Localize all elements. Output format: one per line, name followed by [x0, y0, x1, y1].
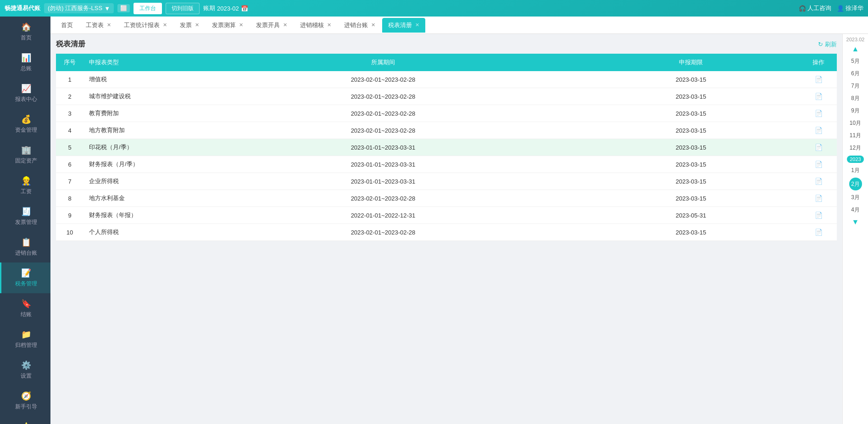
guide-icon: 🧭: [21, 391, 31, 401]
close-tab-salary[interactable]: ✕: [107, 22, 111, 28]
sidebar-item-vip[interactable]: ⭐ 畅会员: [0, 416, 50, 424]
user-menu[interactable]: 👤 徐泽华: [837, 4, 863, 12]
tab-home[interactable]: 首页: [55, 18, 79, 33]
company-selector[interactable]: (勿动) 江西服务-LSS ▼: [44, 3, 114, 13]
sidebar-item-fixed-asset[interactable]: 🏢 固定资产: [0, 139, 50, 170]
sidebar-item-salary[interactable]: 👷 工资: [0, 170, 50, 201]
copy-icon-button[interactable]: ⬜: [117, 4, 130, 12]
cell-deadline: 2023-03-15: [582, 71, 800, 88]
period-value: 2023-02: [217, 5, 239, 12]
sidebar-item-fund[interactable]: 💰 资金管理: [0, 109, 50, 139]
cell-period: 2023-01-01~2023-03-31: [184, 139, 582, 156]
sidebar-item-archive[interactable]: 📁 归档管理: [0, 324, 50, 355]
cell-deadline: 2023-03-15: [582, 224, 800, 241]
timeline-month-5[interactable]: 5月: [843, 55, 868, 67]
close-tab-sales-account[interactable]: ✕: [371, 22, 375, 28]
timeline-month-11[interactable]: 11月: [843, 129, 868, 142]
sidebar-label-settings: 设置: [21, 372, 32, 380]
action-detail-icon[interactable]: 📄: [815, 76, 823, 83]
fixed-asset-icon: 🏢: [21, 145, 31, 155]
cell-period: 2022-01-01~2022-12-31: [184, 207, 582, 224]
timeline-month-2-active[interactable]: 2月: [849, 178, 862, 190]
action-detail-icon[interactable]: 📄: [815, 161, 823, 168]
tab-invoice-check[interactable]: 发票测算 ✕: [206, 18, 249, 33]
table-row: 4 地方教育附加 2023-02-01~2023-02-28 2023-03-1…: [56, 122, 837, 139]
cell-no: 8: [56, 190, 83, 207]
cell-action: 📄: [800, 139, 837, 156]
sidebar-item-guide[interactable]: 🧭 新手引导: [0, 385, 50, 416]
cell-period: 2023-02-01~2023-02-28: [184, 122, 582, 139]
action-detail-icon[interactable]: 📄: [815, 229, 823, 236]
sidebar-item-report[interactable]: 📈 报表中心: [0, 78, 50, 109]
ai-consult-button[interactable]: 🎧 人工咨询: [799, 4, 831, 12]
timeline-month-12[interactable]: 12月: [843, 142, 868, 154]
report-icon: 📈: [21, 84, 31, 94]
action-detail-icon[interactable]: 📄: [815, 212, 823, 219]
close-tab-invoice-open[interactable]: ✕: [283, 22, 287, 28]
action-detail-icon[interactable]: 📄: [815, 93, 823, 100]
tab-sales-audit[interactable]: 进销稽核 ✕: [294, 18, 337, 33]
cell-period: 2023-01-01~2023-03-31: [184, 156, 582, 173]
headset-icon: 🎧: [799, 5, 806, 12]
cell-type: 个人所得税: [83, 224, 184, 241]
workbench-button[interactable]: 工作台: [134, 3, 162, 14]
close-tab-sales-audit[interactable]: ✕: [327, 22, 331, 28]
cell-deadline: 2023-03-15: [582, 88, 800, 105]
sidebar-item-settlement[interactable]: 🔖 结账: [0, 293, 50, 324]
timeline-month-10[interactable]: 10月: [843, 117, 868, 129]
timeline-month-9[interactable]: 9月: [843, 105, 868, 117]
table-row: 1 增值税 2023-02-01~2023-02-28 2023-03-15 📄: [56, 71, 837, 88]
close-tab-invoice[interactable]: ✕: [195, 22, 199, 28]
cell-no: 9: [56, 207, 83, 224]
timeline-month-3[interactable]: 3月: [843, 191, 868, 204]
timeline-month-8[interactable]: 8月: [843, 92, 868, 105]
sidebar-label-report: 报表中心: [15, 95, 37, 103]
switch-old-button[interactable]: 切到旧版: [166, 3, 200, 14]
cell-action: 📄: [800, 105, 837, 122]
table-row: 2 城市维护建设税 2023-02-01~2023-02-28 2023-03-…: [56, 88, 837, 105]
cell-type: 教育费附加: [83, 105, 184, 122]
refresh-button[interactable]: ↻ 刷新: [818, 40, 837, 49]
sidebar: 🏠 首页 📊 总账 📈 报表中心 💰 资金管理 🏢 固定资产 👷 工资 🧾 发票…: [0, 17, 50, 424]
timeline-month-6[interactable]: 6月: [843, 67, 868, 80]
action-detail-icon[interactable]: 📄: [815, 178, 823, 185]
sales-ledger-icon: 📋: [21, 237, 31, 247]
sidebar-item-sales-ledger[interactable]: 📋 进销台账: [0, 232, 50, 262]
cell-type: 增值税: [83, 71, 184, 88]
home-icon: 🏠: [21, 22, 31, 32]
action-detail-icon[interactable]: 📄: [815, 144, 823, 151]
cell-type: 企业所得税: [83, 173, 184, 190]
sidebar-item-settings[interactable]: ⚙️ 设置: [0, 355, 50, 385]
sidebar-item-invoice-mgmt[interactable]: 🧾 发票管理: [0, 201, 50, 232]
sidebar-label-settlement: 结账: [21, 311, 32, 318]
page-title: 税表清册: [56, 39, 85, 49]
tab-invoice-open[interactable]: 发票开具 ✕: [250, 18, 293, 33]
tab-salary[interactable]: 工资表 ✕: [80, 18, 117, 33]
cell-type: 财务报表（月/季）: [83, 156, 184, 173]
sidebar-item-ledger[interactable]: 📊 总账: [0, 47, 50, 78]
timeline-year-2023[interactable]: 2023: [847, 156, 863, 163]
action-detail-icon[interactable]: 📄: [815, 195, 823, 202]
timeline-month-1[interactable]: 1月: [843, 164, 868, 177]
close-tab-salary-stat[interactable]: ✕: [163, 22, 167, 28]
timeline-up-button[interactable]: ▲: [850, 43, 861, 55]
tab-salary-stat[interactable]: 工资统计报表 ✕: [118, 18, 173, 33]
action-detail-icon[interactable]: 📄: [815, 127, 823, 134]
action-detail-icon[interactable]: 📄: [815, 110, 823, 117]
close-tab-tax-clearance[interactable]: ✕: [415, 22, 419, 28]
chevron-down-icon: ▼: [104, 5, 110, 12]
timeline-panel: 2023.02 ▲ 5月 6月 7月 8月 9月 10月 11月 12月 202…: [842, 34, 868, 424]
tab-sales-account[interactable]: 进销台账 ✕: [338, 18, 381, 33]
sidebar-item-tax-mgmt[interactable]: 📝 税务管理: [0, 262, 50, 293]
timeline-month-7[interactable]: 7月: [843, 80, 868, 92]
sidebar-label-salary: 工资: [21, 188, 32, 195]
sidebar-label-fund: 资金管理: [15, 126, 37, 134]
cell-deadline: 2023-03-15: [582, 139, 800, 156]
sidebar-item-home[interactable]: 🏠 首页: [0, 17, 50, 47]
tab-tax-clearance[interactable]: 税表清册 ✕: [382, 18, 425, 33]
timeline-down-button[interactable]: ▼: [850, 216, 861, 228]
calendar-icon[interactable]: 📅: [241, 5, 248, 12]
close-tab-invoice-check[interactable]: ✕: [239, 22, 243, 28]
timeline-month-4[interactable]: 4月: [843, 204, 868, 216]
tab-invoice[interactable]: 发票 ✕: [174, 18, 205, 33]
